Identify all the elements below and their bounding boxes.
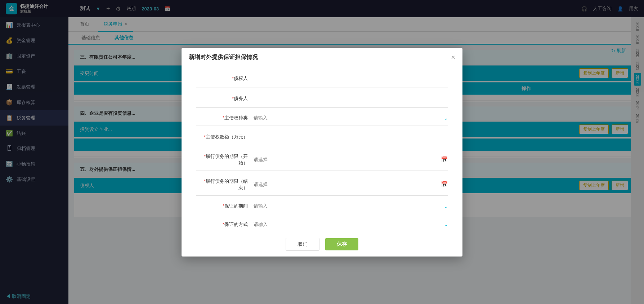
dialog-close-button[interactable]: × (451, 54, 455, 61)
required-mark-claim_type: * (223, 115, 224, 121)
form-row-guarantee_method: *保证的方式 ⌄ (196, 221, 448, 232)
form-row-perform_end: *履行债务的期限（结束） 📅 (196, 178, 448, 196)
date-input-perform_end[interactable] (254, 182, 441, 187)
save-button[interactable]: 保存 (325, 238, 358, 250)
date-wrapper-perform_end[interactable]: 📅 (254, 181, 448, 188)
select-input-claim_type[interactable] (254, 115, 444, 121)
required-mark-perform_start: * (204, 154, 206, 159)
date-wrapper-perform_start[interactable]: 📅 (254, 156, 448, 163)
select-wrapper-guarantee_method[interactable]: ⌄ (254, 222, 448, 227)
date-input-perform_start[interactable] (254, 157, 441, 162)
chevron-down-icon-guarantee_period: ⌄ (444, 203, 448, 209)
dialog-header: 新增对外提供保证担保情况 × (182, 48, 462, 67)
required-mark-debtor: * (232, 96, 234, 101)
calendar-icon-perform_start[interactable]: 📅 (441, 156, 448, 163)
form-label-guarantee_period: *保证的期间 (196, 203, 254, 209)
input-claim_amount[interactable] (254, 133, 448, 141)
chevron-down-icon-claim_type: ⌄ (444, 115, 448, 121)
select-wrapper-claim_type[interactable]: ⌄ (254, 115, 448, 121)
dialog-body: *债权人*债务人*主债权种类 ⌄ *主债权数额（万元）*履行债务的期限（开始） … (182, 67, 462, 232)
form-row-guarantee_period: *保证的期间 ⌄ (196, 203, 448, 214)
form-label-claim_type: *主债权种类 (196, 115, 254, 121)
required-mark-creditor: * (232, 76, 234, 81)
chevron-down-icon-guarantee_method: ⌄ (444, 222, 448, 227)
select-input-guarantee_method[interactable] (254, 222, 444, 227)
select-input-guarantee_period[interactable] (254, 203, 444, 209)
form-label-guarantee_method: *保证的方式 (196, 221, 254, 228)
form-row-creditor: *债权人 (196, 74, 448, 87)
form-label-claim_amount: *主债权数额（万元） (196, 134, 254, 140)
calendar-icon-perform_end[interactable]: 📅 (441, 181, 448, 188)
dialog-title: 新增对外提供保证担保情况 (189, 54, 258, 61)
required-mark-perform_end: * (204, 178, 206, 184)
form-label-creditor: *债权人 (196, 75, 254, 82)
form-row-debtor: *债务人 (196, 95, 448, 108)
form-label-debtor: *债务人 (196, 95, 254, 102)
form-row-claim_amount: *主债权数额（万元） (196, 133, 448, 146)
dialog-footer: 取消 保存 (182, 232, 462, 257)
required-mark-guarantee_period: * (223, 203, 224, 209)
form-label-perform_end: *履行债务的期限（结束） (196, 178, 254, 191)
form-row-claim_type: *主债权种类 ⌄ (196, 115, 448, 126)
form-label-perform_start: *履行债务的期限（开始） (196, 153, 254, 166)
modal-overlay[interactable]: 新增对外提供保证担保情况 × *债权人*债务人*主债权种类 ⌄ *主债权数额（万… (0, 0, 644, 304)
form-row-perform_start: *履行债务的期限（开始） 📅 (196, 153, 448, 171)
dialog: 新增对外提供保证担保情况 × *债权人*债务人*主债权种类 ⌄ *主债权数额（万… (182, 48, 462, 257)
required-mark-guarantee_method: * (223, 222, 224, 227)
required-mark-claim_amount: * (204, 134, 206, 140)
cancel-button[interactable]: 取消 (286, 238, 319, 251)
select-wrapper-guarantee_period[interactable]: ⌄ (254, 203, 448, 209)
input-debtor[interactable] (254, 95, 448, 103)
input-creditor[interactable] (254, 74, 448, 83)
